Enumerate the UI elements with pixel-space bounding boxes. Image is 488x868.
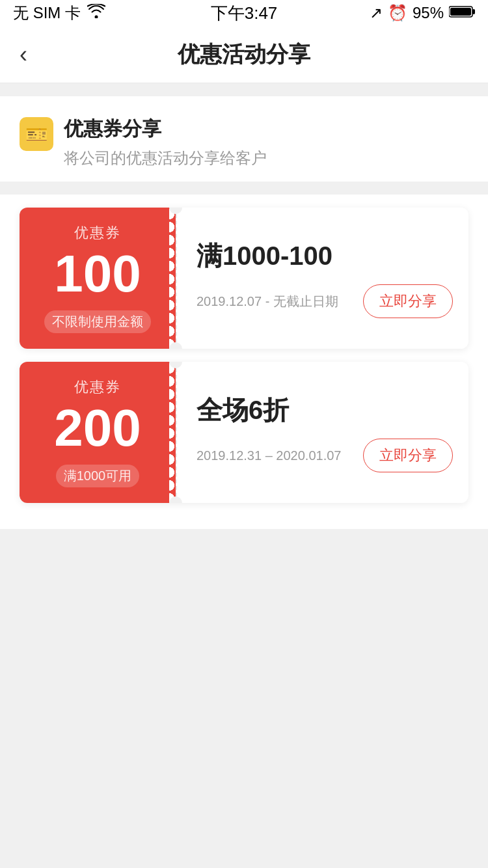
coupon-item-1: 优惠券 200 满1000可用 全场6折 2019.12.31 – 2020.0… — [20, 362, 468, 503]
coupon-condition-1: 满1000可用 — [56, 465, 140, 487]
coupon-list: 优惠券 100 不限制使用金额 满1000-100 2019.12.07 - 无… — [0, 195, 488, 529]
coupon-date-1: 2019.12.31 – 2020.01.07 — [197, 448, 357, 463]
coupon-label-1: 优惠券 — [74, 377, 121, 397]
status-bar: 无 SIM 卡 下午3:47 ↗ ⏰ 95% — [0, 0, 488, 26]
status-right: ↗ ⏰ 95% — [370, 4, 475, 22]
coupon-condition-0: 不限制使用金额 — [44, 310, 151, 333]
section-subtitle: 将公司的优惠活动分享给客户 — [64, 148, 267, 169]
alarm-icon: ⏰ — [388, 4, 407, 22]
coupon-left-0: 优惠券 100 不限制使用金额 — [20, 208, 176, 349]
carrier-text: 无 SIM 卡 — [13, 3, 81, 23]
share-button-0[interactable]: 立即分享 — [363, 284, 453, 318]
coupon-title-0: 满1000-100 — [197, 238, 453, 274]
location-icon: ↗ — [370, 4, 383, 22]
coupon-item: 优惠券 100 不限制使用金额 满1000-100 2019.12.07 - 无… — [20, 208, 468, 349]
share-button-1[interactable]: 立即分享 — [363, 439, 453, 472]
coupon-date-0: 2019.12.07 - 无截止日期 — [197, 293, 357, 310]
status-left: 无 SIM 卡 — [13, 3, 105, 23]
status-time: 下午3:47 — [211, 2, 278, 25]
coupon-title-1: 全场6折 — [197, 392, 453, 428]
section-title: 优惠券分享 — [64, 116, 267, 142]
section-header: 🎫 优惠券分享 将公司的优惠活动分享给客户 — [0, 96, 488, 182]
coupon-icon: 🎫 — [25, 124, 48, 145]
coupon-bottom-1: 2019.12.31 – 2020.01.07 立即分享 — [197, 439, 453, 472]
coupon-bottom-0: 2019.12.07 - 无截止日期 立即分享 — [197, 284, 453, 318]
coupon-right-0: 满1000-100 2019.12.07 - 无截止日期 立即分享 — [176, 208, 468, 349]
battery-text: 95% — [413, 4, 444, 22]
coupon-amount-0: 100 — [54, 248, 141, 300]
page-title: 优惠活动分享 — [178, 40, 310, 70]
back-button[interactable]: ‹ — [20, 41, 27, 68]
coupon-label-0: 优惠券 — [74, 223, 121, 243]
empty-area — [0, 529, 488, 868]
coupon-left-1: 优惠券 200 满1000可用 — [20, 362, 176, 503]
nav-bar: ‹ 优惠活动分享 — [0, 26, 488, 83]
section-icon: 🎫 — [20, 117, 53, 151]
svg-rect-2 — [450, 8, 471, 16]
coupon-right-1: 全场6折 2019.12.31 – 2020.01.07 立即分享 — [176, 362, 468, 503]
svg-rect-1 — [472, 9, 475, 14]
wifi-icon — [87, 4, 105, 22]
coupon-amount-1: 200 — [54, 402, 141, 454]
battery-icon — [449, 4, 475, 22]
section-text: 优惠券分享 将公司的优惠活动分享给客户 — [64, 116, 267, 169]
